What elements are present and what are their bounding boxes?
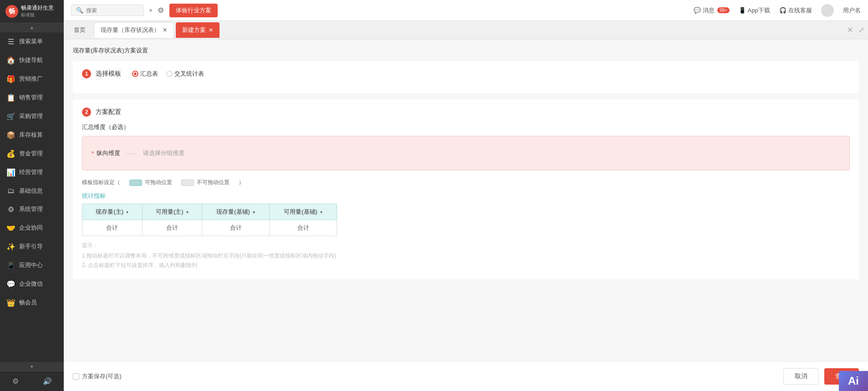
content: 现存量(库存状况表)方案设置 1 选择模板 汇总表 交叉统计表 (64, 39, 868, 361)
section1-title: 选择模板 (96, 70, 121, 78)
sidebar-item-basic[interactable]: 🗂 基础信息 (0, 182, 64, 200)
save-scheme-label: 方案保存(可选) (82, 372, 122, 381)
col-header-1[interactable]: 可用量(主) ▾ (142, 204, 202, 220)
tab-new-scheme[interactable]: 新建方案 ✕ (176, 22, 220, 38)
chevron-down-icon[interactable]: ▾ (149, 7, 152, 14)
close-panel-icon[interactable]: ✕ (847, 26, 853, 34)
sidebar-item-label: 销售管理 (19, 93, 43, 102)
purchase-icon: 🛒 (6, 112, 15, 121)
app-download-label: App下载 (748, 6, 770, 15)
footer: 方案保存(可选) 取消 查询 (64, 361, 868, 391)
section2-header: 2 方案配置 (82, 108, 850, 117)
sidebar-item-label: 系统管理 (19, 205, 43, 213)
sidebar: 畅 畅康通好生意 标准版 ▲ ☰ 搜索菜单 🏠 快捷导航 🎁 营销推广 📋 销售… (0, 0, 64, 391)
ai-badge[interactable]: Ai (839, 371, 868, 391)
col-header-2[interactable]: 现存量(基辅) ▾ (202, 204, 270, 220)
message-label: 消息 (703, 6, 715, 15)
radio-cross[interactable]: 交叉统计表 (166, 70, 204, 78)
sidebar-scroll-up[interactable]: ▲ (0, 23, 64, 32)
sidebar-item-label: 企业微信 (19, 280, 43, 288)
col-2-chevron[interactable]: ▾ (253, 210, 255, 215)
search-box[interactable]: 🔍 (71, 5, 144, 16)
sidebar-item-label: 库存核算 (19, 131, 43, 139)
col-header-0[interactable]: 现存量(主) ▾ (82, 204, 143, 220)
message-item[interactable]: 💬 消息 99+ (694, 6, 730, 15)
message-badge: 99+ (717, 7, 730, 13)
inventory-tab-close[interactable]: ✕ (163, 27, 167, 33)
sidebar-item-label: 搜索菜单 (19, 37, 43, 46)
save-scheme-checkbox-label[interactable]: 方案保存(可选) (73, 372, 122, 381)
sidebar-item-label: 快捷导航 (19, 56, 43, 64)
sidebar-item-sales[interactable]: 📋 销售管理 (0, 88, 64, 107)
draggable-box (129, 180, 142, 186)
sidebar-item-quicknav[interactable]: 🏠 快捷导航 (0, 51, 64, 70)
sidebar-item-apps[interactable]: 📱 应用中心 (0, 256, 64, 275)
settings-bottom-icon[interactable]: ⚙ (10, 375, 20, 387)
page-title: 现存量(库存状况表)方案设置 (73, 46, 859, 55)
tips-text-1: 2. 点击标题栏下拉可设置排序、插入列和删除列 (82, 262, 197, 269)
app-download-item[interactable]: 📱 App下载 (739, 6, 770, 15)
expand-icon[interactable]: ⤢ (858, 26, 864, 34)
sidebar-scroll-down[interactable]: ▼ (0, 362, 64, 371)
sidebar-item-management[interactable]: 📊 经营管理 (0, 163, 64, 182)
sidebar-item-marketing[interactable]: 🎁 营销推广 (0, 70, 64, 88)
col-header-3-label: 可用量(基辅) (284, 208, 317, 216)
wechat-icon: 💬 (6, 280, 15, 288)
search-input[interactable] (86, 7, 139, 14)
legend-draggable: 可拖动位置 (129, 179, 172, 186)
new-scheme-tab-label: 新建方案 (182, 26, 206, 34)
sidebar-item-label: 企业协同 (19, 224, 43, 232)
legend-close-paren: ） (239, 179, 244, 186)
stat-table-row: 合计 合计 合计 合计 (82, 220, 337, 236)
sidebar-item-system[interactable]: ⚙ 系统管理 (0, 200, 64, 219)
apps-icon: 📱 (6, 261, 15, 270)
sidebar-item-inventory[interactable]: 📦 库存核算 (0, 126, 64, 144)
legend-no-drag: 不可拖动位置 (181, 179, 230, 186)
tips-item-0: 1.拖动标题栏可以调整布局，不可跨维度或指标区域拖动栏目字段(只能在同一维度或指… (82, 252, 850, 260)
home-icon: 🏠 (6, 56, 15, 65)
sidebar-item-label: 资金管理 (19, 149, 43, 158)
sidebar-item-label: 畅会员 (19, 298, 37, 307)
service-icon: 🎧 (779, 7, 786, 14)
sidebar-item-collab[interactable]: 🤝 企业协同 (0, 219, 64, 237)
sidebar-item-wechat[interactable]: 💬 企业微信 (0, 275, 64, 293)
sound-icon[interactable]: 🔊 (41, 375, 54, 387)
section1-number: 1 (82, 69, 91, 78)
indicator-legend-row: 模板指标设定（ 可拖动位置 不可拖动位置 ） (82, 179, 850, 186)
sidebar-item-finance[interactable]: 💰 资金管理 (0, 144, 64, 163)
member-icon: 👑 (6, 298, 15, 307)
no-drag-label: 不可拖动位置 (197, 179, 230, 186)
tab-inventory[interactable]: 现存量（库存状况表） ✕ (94, 22, 174, 38)
col-0-chevron[interactable]: ▾ (126, 210, 128, 215)
indicator-settings: 模板指标设定（ 可拖动位置 不可拖动位置 ） 统计指标 (82, 179, 850, 269)
gear-icon[interactable]: ⚙ (158, 6, 164, 15)
dim-placeholder: 请选择分组维度 (143, 149, 184, 157)
col-3-chevron[interactable]: ▾ (320, 210, 322, 215)
sidebar-item-search[interactable]: ☰ 搜索菜单 (0, 32, 64, 51)
dim-box[interactable]: * 纵向维度 —— 请选择分组维度 (82, 136, 850, 170)
radio-summary[interactable]: 汇总表 (132, 70, 158, 78)
cell-3: 合计 (270, 220, 337, 236)
section2-title: 方案配置 (96, 108, 121, 116)
col-1-chevron[interactable]: ▾ (186, 210, 189, 215)
sidebar-item-member[interactable]: 👑 畅会员 (0, 293, 64, 312)
search-menu-icon: ☰ (6, 37, 15, 46)
industry-btn[interactable]: 体验行业方案 (169, 4, 218, 17)
inventory-tab-label: 现存量（库存状况表） (101, 26, 160, 34)
no-drag-box (181, 180, 194, 186)
app-icon: 📱 (739, 7, 746, 14)
sidebar-bottom: ⚙ 🔊 (0, 371, 64, 391)
save-scheme-checkbox[interactable] (73, 373, 79, 380)
sidebar-item-guide[interactable]: ✨ 新手引导 (0, 237, 64, 256)
tips-section: 提示： 1.拖动标题栏可以调整布局，不可跨维度或指标区域拖动栏目字段(只能在同一… (82, 242, 850, 269)
sidebar-item-label: 基础信息 (19, 187, 43, 195)
online-service-item[interactable]: 🎧 在线客服 (779, 6, 812, 15)
guide-icon: ✨ (6, 242, 15, 251)
col-header-3[interactable]: 可用量(基辅) ▾ (270, 204, 337, 220)
cancel-button[interactable]: 取消 (783, 368, 819, 385)
finance-icon: 💰 (6, 149, 15, 158)
tab-home[interactable]: 首页 (67, 22, 92, 38)
new-scheme-tab-close[interactable]: ✕ (209, 27, 213, 33)
tips-item-1: 2. 点击标题栏下拉可设置排序、插入列和删除列 (82, 262, 850, 269)
sidebar-item-purchase[interactable]: 🛒 采购管理 (0, 107, 64, 126)
